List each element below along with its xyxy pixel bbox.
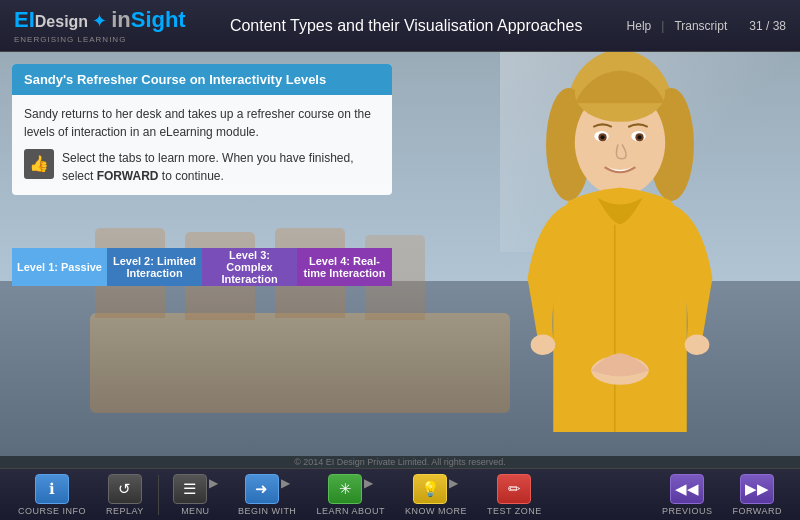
tab-level2[interactable]: Level 2: Limited Interaction (107, 248, 202, 286)
logo-ei: EIDesign (14, 7, 88, 33)
begin-with-button[interactable]: ➜ ▶ BEGIN WITH (228, 470, 307, 520)
course-info-label: COURSE INFO (18, 506, 86, 516)
previous-icon: ◀◀ (670, 474, 704, 504)
svg-point-12 (685, 334, 710, 355)
logo-block: EIDesign ✦ inSight ENERGISING LEARNING (14, 7, 186, 44)
know-more-label: KNOW MORE (405, 506, 467, 516)
content-body: Sandy returns to her desk and takes up a… (12, 95, 392, 195)
forward-label: FORWARD (733, 506, 783, 516)
content-instruction: 👍 Select the tabs to learn more. When yo… (24, 149, 380, 185)
know-more-icon: 💡 (413, 474, 447, 504)
learn-about-button[interactable]: ✳ ▶ LEARN ABOUT (306, 470, 395, 520)
learn-about-label: LEARN ABOUT (316, 506, 385, 516)
course-info-button[interactable]: ℹ COURSE INFO (8, 470, 96, 520)
header-nav: Help | Transcript (627, 19, 728, 33)
main-area: Sandy's Refresher Course on Interactivit… (0, 52, 800, 468)
previous-label: PREVIOUS (662, 506, 713, 516)
svg-point-13 (531, 334, 556, 355)
toolbar: ℹ COURSE INFO ↺ REPLAY ☰ ▶ MENU ➜ ▶ BEGI… (0, 468, 800, 520)
learn-about-arrow: ▶ (362, 476, 373, 490)
page-count: 31 / 38 (749, 19, 786, 33)
character-svg (460, 52, 780, 432)
svg-point-10 (637, 135, 641, 139)
know-more-arrow: ▶ (447, 476, 458, 490)
logo-separator: ✦ (92, 10, 107, 32)
menu-icon: ☰ (173, 474, 207, 504)
help-link[interactable]: Help (627, 19, 652, 33)
character-figure (460, 52, 780, 432)
test-zone-button[interactable]: ✏ TEST ZONE (477, 470, 552, 520)
logo-area: EIDesign ✦ inSight ENERGISING LEARNING (14, 7, 186, 44)
menu-arrow: ▶ (207, 476, 218, 490)
forward-icon: ▶▶ (740, 474, 774, 504)
replay-label: REPLAY (106, 506, 144, 516)
content-title: Sandy's Refresher Course on Interactivit… (12, 64, 392, 95)
begin-with-label: BEGIN WITH (238, 506, 297, 516)
test-zone-label: TEST ZONE (487, 506, 542, 516)
logo-insight: inSight (111, 7, 186, 33)
copyright: © 2014 EI Design Private Limited. All ri… (0, 456, 800, 468)
level-tabs: Level 1: Passive Level 2: Limited Intera… (12, 248, 392, 286)
header-controls: Help | Transcript 31 / 38 (627, 19, 786, 33)
begin-with-arrow: ▶ (279, 476, 290, 490)
toolbar-sep-1 (158, 475, 159, 515)
menu-button[interactable]: ☰ ▶ MENU (163, 470, 228, 520)
replay-icon: ↺ (108, 474, 142, 504)
thumb-icon: 👍 (24, 149, 54, 179)
begin-with-icon: ➜ (245, 474, 279, 504)
info-icon: ℹ (35, 474, 69, 504)
logo-tagline: ENERGISING LEARNING (14, 35, 186, 44)
conference-table (90, 313, 510, 413)
know-more-button[interactable]: 💡 ▶ KNOW MORE (395, 470, 477, 520)
test-zone-icon: ✏ (497, 474, 531, 504)
tab-level1[interactable]: Level 1: Passive (12, 248, 107, 286)
forward-button[interactable]: ▶▶ FORWARD (723, 470, 793, 520)
learn-about-icon: ✳ (328, 474, 362, 504)
svg-point-9 (600, 135, 604, 139)
menu-label: MENU (181, 506, 210, 516)
content-paragraph: Sandy returns to her desk and takes up a… (24, 105, 380, 141)
tab-level4[interactable]: Level 4: Real-time Interaction (297, 248, 392, 286)
header-title: Content Types and their Visualisation Ap… (186, 17, 627, 35)
replay-button[interactable]: ↺ REPLAY (96, 470, 154, 520)
instruction-text: Select the tabs to learn more. When you … (62, 149, 380, 185)
previous-button[interactable]: ◀◀ PREVIOUS (652, 470, 723, 520)
content-panel: Sandy's Refresher Course on Interactivit… (12, 64, 392, 195)
transcript-link[interactable]: Transcript (674, 19, 727, 33)
tab-level3[interactable]: Level 3: Complex Interaction (202, 248, 297, 286)
header: EIDesign ✦ inSight ENERGISING LEARNING C… (0, 0, 800, 52)
